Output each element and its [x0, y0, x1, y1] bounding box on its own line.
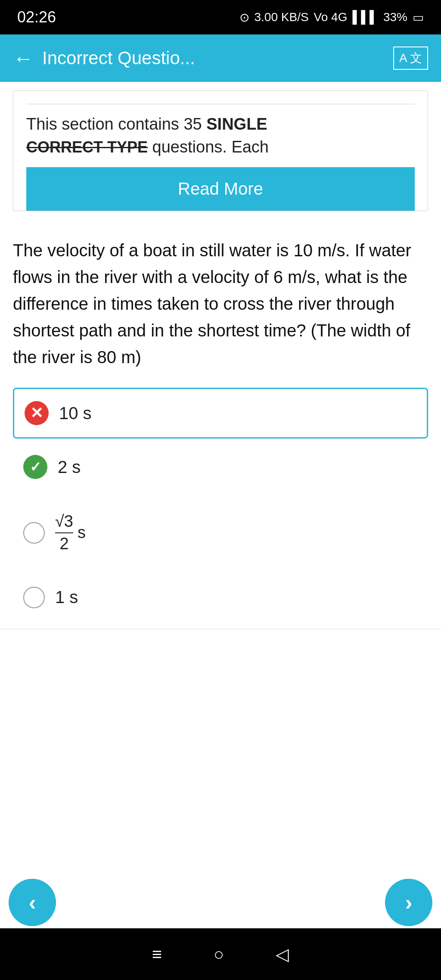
back-nav-button[interactable]: ◁ — [276, 944, 289, 964]
info-text-rest: questions. Each — [152, 138, 269, 156]
answer-option-a[interactable]: ✕ 10 s — [13, 388, 428, 439]
info-text-normal: This section contains 35 — [26, 115, 206, 133]
read-more-button[interactable]: Read More — [26, 167, 415, 211]
x-symbol: ✕ — [30, 405, 43, 421]
radio-c — [23, 522, 45, 544]
translate-button[interactable]: A 文 — [393, 47, 428, 70]
answer-option-b[interactable]: ✓ 2 s — [13, 443, 428, 491]
question-text: The velocity of a boat in still water is… — [0, 220, 441, 383]
network-type: Vo 4G — [314, 10, 348, 24]
menu-button[interactable]: ≡ — [152, 945, 162, 964]
prev-button[interactable]: ‹ — [9, 879, 56, 926]
status-icons: ⊙ 3.00 KB/S Vo 4G ▌▌▌ 33% ▭ — [239, 10, 424, 25]
translate-label: A 文 — [399, 50, 422, 66]
section-divider — [0, 629, 441, 629]
status-time: 02:26 — [17, 8, 56, 26]
app-header: ← Incorrect Questio... A 文 — [0, 34, 441, 82]
answer-option-d[interactable]: 1 s — [13, 575, 428, 620]
next-button[interactable]: › — [385, 879, 432, 926]
info-card: This section contains 35 SINGLE CORRECT … — [13, 90, 428, 211]
bottom-navigation: ‹ › — [0, 877, 441, 928]
next-icon: › — [405, 890, 413, 915]
home-button[interactable]: ○ — [214, 945, 224, 964]
back-button[interactable]: ← — [13, 47, 34, 70]
fraction-unit: s — [78, 524, 86, 542]
answer-label-a: 10 s — [59, 404, 92, 423]
header-title: Incorrect Questio... — [42, 48, 385, 68]
status-bar: 02:26 ⊙ 3.00 KB/S Vo 4G ▌▌▌ 33% ▭ — [0, 0, 441, 34]
answer-label-b: 2 s — [58, 457, 81, 477]
card-divider — [26, 104, 415, 104]
alarm-icon: ⊙ — [239, 10, 249, 25]
answer-fraction-c: √3 2 s — [55, 513, 86, 553]
radio-d — [23, 587, 45, 608]
wrong-icon-a: ✕ — [25, 401, 49, 425]
sqrt-3: √3 — [55, 513, 73, 531]
signal-icon: ▌▌▌ — [352, 10, 378, 24]
system-nav-bar: ≡ ○ ◁ — [0, 928, 441, 980]
check-symbol: ✓ — [30, 459, 41, 475]
answer-option-c[interactable]: √3 2 s — [13, 495, 428, 570]
prev-icon: ‹ — [29, 890, 36, 915]
data-speed: 3.00 KB/S — [255, 10, 309, 24]
denominator-2: 2 — [59, 535, 68, 553]
answer-label-d: 1 s — [55, 588, 78, 607]
battery-percent: 33% — [383, 10, 407, 24]
answers-section: ✕ 10 s ✓ 2 s √3 2 s 1 s — [0, 388, 441, 620]
battery-icon: ▭ — [413, 10, 424, 25]
info-text-strike: CORRECT TYPE — [26, 138, 148, 156]
info-text-bold: SINGLE — [206, 115, 267, 133]
correct-icon-b: ✓ — [23, 455, 47, 479]
info-text: This section contains 35 SINGLE CORRECT … — [26, 113, 415, 159]
